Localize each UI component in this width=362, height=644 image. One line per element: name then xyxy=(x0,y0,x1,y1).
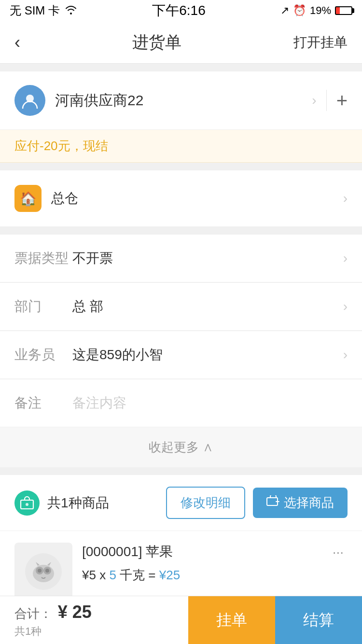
wifi-icon xyxy=(65,4,77,17)
warehouse-row[interactable]: 🏠 总仓 › xyxy=(0,170,362,227)
back-button[interactable]: ‹ xyxy=(14,32,20,53)
supplier-name: 河南供应商22 xyxy=(55,91,312,111)
product-icon xyxy=(14,490,40,516)
select-product-button[interactable]: 选择商品 xyxy=(253,488,348,518)
add-button[interactable]: + xyxy=(336,90,348,112)
total-count: 共1种 xyxy=(14,624,174,639)
quantity-value: 5 xyxy=(109,568,116,582)
department-value: 总 部 xyxy=(72,297,343,316)
checkout-label: 结算 xyxy=(303,611,334,629)
warehouse-name: 总仓 xyxy=(51,189,343,208)
supplier-row[interactable]: 河南供应商22 › + xyxy=(0,71,362,130)
edit-detail-label: 修改明细 xyxy=(181,495,231,510)
invoice-chevron: › xyxy=(343,251,348,266)
status-bar: 无 SIM 卡 下午6:16 ↗ ⏰ 19% xyxy=(0,0,362,21)
select-product-icon xyxy=(266,495,280,510)
warehouse-icon: 🏠 xyxy=(14,185,42,212)
product-name: [0000001] 苹果 xyxy=(82,543,329,561)
select-product-label: 选择商品 xyxy=(284,494,334,511)
remark-row[interactable]: 备注 备注内容 xyxy=(0,379,362,427)
bottom-total: 合计： ¥ 25 共1种 xyxy=(0,602,188,639)
supplier-chevron: › xyxy=(312,93,316,108)
status-carrier: 无 SIM 卡 xyxy=(10,3,77,18)
hang-label: 挂单 xyxy=(216,611,247,629)
remark-input[interactable]: 备注内容 xyxy=(72,394,348,412)
supplier-section: 河南供应商22 › + 应付-20元，现结 xyxy=(0,71,362,163)
products-section: 共1种商品 修改明细 选择商品 xyxy=(0,475,362,612)
total-label: 合计： xyxy=(14,606,52,621)
salesperson-value: 这是859的小智 xyxy=(72,346,343,364)
battery-percent: 19% xyxy=(310,4,331,17)
location-icon: ↗ xyxy=(280,4,289,17)
collapse-label: 收起更多 ∧ xyxy=(149,440,213,454)
invoice-label: 票据类型 xyxy=(14,249,72,267)
department-label: 部门 xyxy=(14,297,72,316)
product-count: 共1种商品 xyxy=(47,494,166,512)
notice-text: 应付-20元，现结 xyxy=(14,139,108,153)
bottom-bar: 合计： ¥ 25 共1种 挂单 结算 xyxy=(0,596,362,644)
svg-point-2 xyxy=(26,503,28,506)
department-row[interactable]: 部门 总 部 › xyxy=(0,283,362,331)
collapse-button[interactable]: 收起更多 ∧ xyxy=(0,427,362,467)
supplier-divider xyxy=(326,90,327,111)
carrier-text: 无 SIM 卡 xyxy=(10,3,60,18)
price-eq: = xyxy=(148,568,159,582)
total-row: 合计： ¥ 25 xyxy=(14,602,174,622)
product-header: 共1种商品 修改明细 选择商品 xyxy=(0,475,362,531)
warehouse-chevron: › xyxy=(343,191,348,206)
product-price: ¥5 x 5 千克 = ¥25 xyxy=(82,567,329,584)
invoice-row[interactable]: 票据类型 不开票 › xyxy=(0,235,362,282)
warehouse-icon-label: 🏠 xyxy=(20,191,37,207)
notice-bar: 应付-20元，现结 xyxy=(0,130,362,163)
unit-value: 千克 xyxy=(120,568,145,582)
status-time: 下午6:16 xyxy=(152,1,206,20)
product-thumbnail xyxy=(14,543,72,601)
form-section: 票据类型 不开票 › 部门 总 部 › 业务员 这是859的小智 › 备注 备注… xyxy=(0,235,362,427)
alarm-icon: ⏰ xyxy=(293,4,306,17)
supplier-avatar xyxy=(14,85,45,116)
product-id: [0000001] xyxy=(82,544,142,559)
more-button[interactable]: ··· xyxy=(329,543,348,562)
svg-point-11 xyxy=(45,569,49,573)
edit-detail-button[interactable]: 修改明细 xyxy=(166,487,245,519)
total-amount: ¥ 25 xyxy=(58,602,92,622)
battery-icon xyxy=(335,6,352,15)
price-value: ¥5 xyxy=(82,568,96,582)
open-hang-button[interactable]: 打开挂单 xyxy=(293,33,348,52)
remark-label: 备注 xyxy=(14,394,72,412)
hang-button[interactable]: 挂单 xyxy=(188,596,275,644)
invoice-value: 不开票 xyxy=(72,249,343,267)
product-title-name: 苹果 xyxy=(146,544,173,559)
warehouse-section: 🏠 总仓 › xyxy=(0,170,362,227)
page-title: 进货单 xyxy=(132,31,181,54)
department-chevron: › xyxy=(343,299,348,314)
total-value: ¥25 xyxy=(159,568,180,582)
svg-point-7 xyxy=(33,565,54,582)
salesperson-chevron: › xyxy=(343,347,348,363)
price-x: x xyxy=(99,568,109,582)
svg-point-10 xyxy=(38,569,42,573)
nav-bar: ‹ 进货单 打开挂单 xyxy=(0,21,362,64)
salesperson-row[interactable]: 业务员 这是859的小智 › xyxy=(0,331,362,379)
salesperson-label: 业务员 xyxy=(14,346,72,364)
main-content: 河南供应商22 › + 应付-20元，现结 🏠 总仓 › 票据类型 不开票 › … xyxy=(0,71,362,644)
checkout-button[interactable]: 结算 xyxy=(275,596,362,644)
status-icons: ↗ ⏰ 19% xyxy=(280,4,352,17)
product-info: [0000001] 苹果 ¥5 x 5 千克 = ¥25 xyxy=(82,543,329,584)
